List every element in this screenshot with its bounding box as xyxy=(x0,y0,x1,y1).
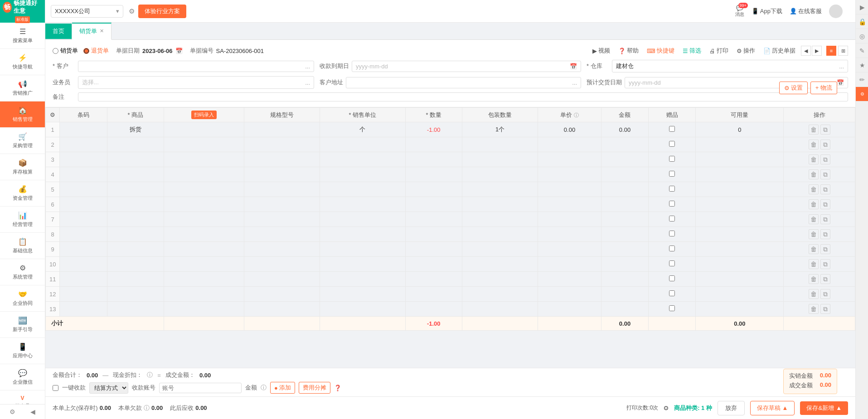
sidebar-item-system[interactable]: ⚙ 系统管理 xyxy=(0,259,45,285)
sidebar-item-guide[interactable]: 🆕 新手引导 xyxy=(0,312,45,338)
delete-btn[interactable]: 🗑 xyxy=(809,125,819,135)
row-gift[interactable] xyxy=(649,227,696,242)
row-qty[interactable] xyxy=(405,182,462,197)
delete-btn[interactable]: 🗑 xyxy=(809,169,819,179)
row-pkg-qty[interactable]: 1个 xyxy=(462,122,538,137)
tab-sales-order[interactable]: 销货单 ✕ xyxy=(72,23,112,40)
row-pkg-qty[interactable] xyxy=(462,167,538,182)
sidebar-item-basic[interactable]: 📋 基础信息 xyxy=(0,233,45,259)
settings-gear-icon[interactable]: ⚙ xyxy=(129,7,135,15)
doc-owe-help-icon[interactable]: ⓘ xyxy=(144,404,150,412)
row-qty[interactable] xyxy=(405,167,462,182)
row-unit[interactable] xyxy=(320,167,405,182)
row-product[interactable] xyxy=(107,197,164,212)
delete-btn[interactable]: 🗑 xyxy=(809,184,819,194)
row-price[interactable] xyxy=(538,242,601,257)
row-amount[interactable]: 0.00 xyxy=(601,122,648,137)
row-pkg-qty[interactable] xyxy=(462,137,538,152)
row-price[interactable]: 0.00 xyxy=(538,122,601,137)
fenpai-help-icon[interactable]: ❓ xyxy=(334,385,341,391)
row-product[interactable] xyxy=(107,257,164,272)
row-qty[interactable] xyxy=(405,212,462,227)
row-unit[interactable] xyxy=(320,242,405,257)
row-product[interactable] xyxy=(107,302,164,317)
message-btn[interactable]: 💬 消息 99+ xyxy=(735,5,744,18)
print-btn[interactable]: 🖨 打印 xyxy=(707,45,731,56)
sidebar-item-appstore[interactable]: 📱 应用中心 xyxy=(0,338,45,364)
right-float-btn-2[interactable]: 🔒 xyxy=(856,14,868,29)
row-price[interactable] xyxy=(538,167,601,182)
copy-btn[interactable]: ⧉ xyxy=(820,140,830,149)
sidebar-item-wechat[interactable]: 💬 企业微信 xyxy=(0,364,45,390)
row-unit[interactable] xyxy=(320,152,405,167)
row-unit[interactable]: 个 xyxy=(320,122,405,137)
copy-btn[interactable]: ⧉ xyxy=(820,169,830,179)
copy-btn[interactable]: ⧉ xyxy=(820,229,830,239)
row-pkg-qty[interactable] xyxy=(462,287,538,302)
gift-checkbox[interactable] xyxy=(669,156,675,162)
row-gift[interactable] xyxy=(649,242,696,257)
row-unit[interactable] xyxy=(320,257,405,272)
gift-checkbox[interactable] xyxy=(669,290,675,296)
delete-btn[interactable]: 🗑 xyxy=(809,199,819,209)
row-pkg-qty[interactable] xyxy=(462,257,538,272)
settings-btn[interactable]: ⚙ 设置 xyxy=(779,82,808,94)
row-barcode[interactable] xyxy=(60,212,107,227)
row-qty[interactable] xyxy=(405,257,462,272)
row-barcode[interactable] xyxy=(60,182,107,197)
tab-close-icon[interactable]: ✕ xyxy=(100,28,104,34)
row-gift[interactable] xyxy=(649,122,696,137)
row-pkg-qty[interactable] xyxy=(462,242,538,257)
row-qty[interactable] xyxy=(405,152,462,167)
row-gift[interactable] xyxy=(649,152,696,167)
fenpai-btn[interactable]: 费用分摊 xyxy=(299,382,330,394)
row-unit[interactable] xyxy=(320,212,405,227)
row-spec[interactable] xyxy=(244,182,320,197)
sidebar-item-marketing[interactable]: 📢 营销推广 xyxy=(0,75,45,101)
logistics-btn[interactable]: + 物流 xyxy=(810,82,837,94)
radio-return-input[interactable] xyxy=(83,48,89,54)
view-detail-btn[interactable]: ≡ xyxy=(826,46,836,56)
warehouse-input[interactable]: 建材仓 ... xyxy=(612,60,848,72)
row-gift[interactable] xyxy=(649,272,696,287)
row-amount[interactable] xyxy=(601,287,648,302)
video-btn[interactable]: ▶ 视频 xyxy=(590,45,613,56)
gift-checkbox[interactable] xyxy=(669,305,675,311)
row-qty[interactable] xyxy=(405,287,462,302)
row-product[interactable] xyxy=(107,182,164,197)
salesperson-input[interactable]: 选择... ... xyxy=(78,76,314,89)
customer-addr-input[interactable]: ... xyxy=(346,77,581,88)
row-price[interactable] xyxy=(538,227,601,242)
filter-btn[interactable]: ☰ 筛选 xyxy=(680,45,704,56)
row-unit[interactable] xyxy=(320,182,405,197)
copy-btn[interactable]: ⧉ xyxy=(820,199,830,209)
notes-input[interactable] xyxy=(78,92,848,101)
row-pkg-qty[interactable] xyxy=(462,197,538,212)
row-price[interactable] xyxy=(538,152,601,167)
row-gift[interactable] xyxy=(649,212,696,227)
due-date-input[interactable]: yyyy-mm-dd 📅 xyxy=(352,61,581,72)
delete-btn[interactable]: 🗑 xyxy=(809,244,819,254)
row-pkg-qty[interactable] xyxy=(462,272,538,287)
sidebar-item-purchase[interactable]: 🛒 采购管理 xyxy=(0,128,45,154)
row-qty[interactable] xyxy=(405,272,462,287)
view-grid-btn[interactable]: ⊞ xyxy=(838,46,848,56)
row-price[interactable] xyxy=(538,197,601,212)
user-avatar[interactable] xyxy=(829,5,843,18)
row-product[interactable]: 拆货 xyxy=(107,122,164,137)
delete-btn[interactable]: 🗑 xyxy=(809,154,819,164)
row-spec[interactable] xyxy=(244,272,320,287)
sidebar-item-inventory[interactable]: 📦 库存核算 xyxy=(0,154,45,180)
row-amount[interactable] xyxy=(601,152,648,167)
cash-discount-help-icon[interactable]: ⓘ xyxy=(147,371,153,379)
row-unit[interactable] xyxy=(320,287,405,302)
company-selector[interactable]: XXXXXX公司 ▾ xyxy=(51,5,123,18)
row-gift[interactable] xyxy=(649,167,696,182)
delete-btn[interactable]: 🗑 xyxy=(809,274,819,284)
row-amount[interactable] xyxy=(601,272,648,287)
copy-btn[interactable]: ⧉ xyxy=(820,289,830,299)
table-container[interactable]: ⚙ 条码 * 商品 扫码录入 规格型号 * 销售单位 * 数量 包装数量 单价 … xyxy=(45,107,855,368)
row-product[interactable] xyxy=(107,137,164,152)
sidebar-item-business[interactable]: 📊 经营管理 xyxy=(0,207,45,233)
save-new-btn[interactable]: 保存&新增 ▲ xyxy=(800,401,848,415)
